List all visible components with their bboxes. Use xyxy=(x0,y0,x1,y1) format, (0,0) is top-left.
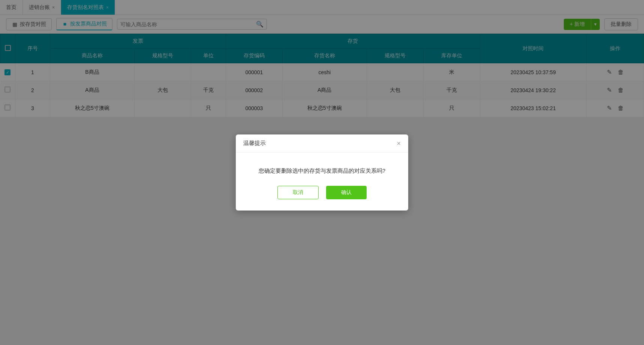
dialog-overlay: 温馨提示 × 您确定要删除选中的存货与发票商品的对应关系吗? 取消 确认 xyxy=(0,0,644,117)
